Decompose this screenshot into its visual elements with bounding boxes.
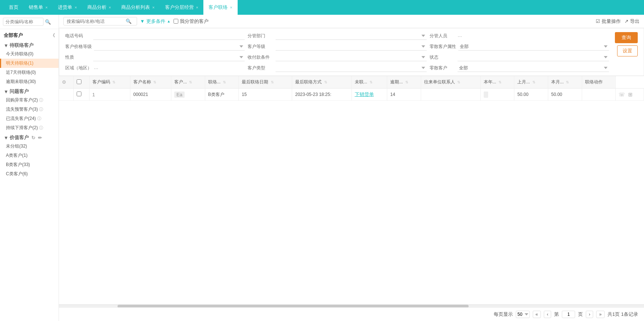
last-page-button[interactable]: » [596,311,605,318]
main-layout: 🔍 全部客户 《 ▼ 待联络客户 今天待联络(0) 明天待联络(1) 近7天待联… [0,15,644,321]
cell-contact-count: 15 [239,89,292,101]
sidebar-item-ungrouped[interactable]: 未分组(32) [0,142,59,151]
cell-last-month: 50.00 [548,89,582,101]
search-icon[interactable]: 🔍 [126,18,132,24]
nav-product-analysis[interactable]: 商品分析 × [82,0,116,15]
person-more-dots[interactable]: ··· [458,33,462,39]
sort-icon: ⇅ [457,80,460,84]
customer-grade-select[interactable] [276,43,427,51]
query-button[interactable]: 查询 [615,32,638,43]
collapse-icon[interactable]: 《 [50,32,55,39]
customer-type-select[interactable] [276,64,427,72]
sidebar-item-a-customers[interactable]: A类客户(1) [0,151,59,160]
pagination-bar: 每页显示 50 « ‹ 第 页 › » 共1页 1条记录 [59,307,644,321]
qr-icon[interactable]: ⊞ [628,92,633,97]
cell-checkbox [74,89,89,101]
filter-dept: 分管部门 [248,32,427,40]
all-customers-header: 全部客户 《 [0,29,59,40]
sidebar-item-abnormal-repurchase[interactable]: 回购异常客户(2) ⓘ [0,96,59,105]
triangle-icon: ▼ [4,43,8,48]
prev-page-button[interactable]: ‹ [544,311,551,318]
export-button[interactable]: ↗ 导出 [624,18,640,25]
last-contact-method-link[interactable]: 下销货单 [355,92,374,97]
sidebar-item-c-customers[interactable]: C类客户(6) [0,169,59,179]
settings-button[interactable]: 设置 [617,45,638,56]
sort-icon: ⇅ [112,80,115,84]
my-customers-checkbox[interactable] [174,19,178,24]
cell-action: ☏ ⊞ [615,89,644,101]
batch-operations-button[interactable]: ☑ 批量操作 [596,18,621,25]
th-gear: ⚙ [59,76,74,89]
close-icon[interactable]: × [45,5,48,10]
filter-nature: 性质 [65,54,245,61]
my-customers-checkbox-label[interactable]: 我分管的客户 [174,18,209,25]
close-icon[interactable]: × [152,5,154,10]
cell-code: 000021 [130,89,171,101]
next-page-button[interactable]: › [586,311,593,318]
sidebar-item-declining[interactable]: 持续下滑客户(2) ⓘ [0,123,59,132]
select-all-checkbox[interactable] [77,79,81,84]
phone-icon[interactable]: ☏ [619,92,625,97]
nav-product-analysis-list[interactable]: 商品分析列表 × [116,0,160,15]
close-icon[interactable]: × [230,5,232,10]
dept-select[interactable] [276,32,427,40]
sidebar-item-today-contact[interactable]: 今天待联络(0) [0,49,59,59]
status-select[interactable] [458,54,609,61]
th-code: 客户编码 ⇅ [89,76,130,89]
edit-icon[interactable]: ✏ [38,135,42,141]
sidebar-item-churn-warning[interactable]: 流失预警客户(3) ⓘ [0,105,59,114]
action-icons: ☏ ⊞ [619,92,641,97]
sidebar-search-input[interactable] [3,18,43,26]
retail-attr-select[interactable]: 全部 [458,43,609,51]
sidebar-group-pending: ▼ 待联络客户 [0,40,59,49]
nature-select[interactable] [93,54,245,61]
nav-customer-stratification[interactable]: 客户分层经营 × [160,0,203,15]
close-icon[interactable]: × [196,5,198,10]
nav-purchase-order[interactable]: 进货单 × [53,0,82,15]
cell-overdue [421,89,480,101]
area-more-dots[interactable]: ··· [94,65,98,71]
data-table-wrap: ⚙ 客户编码 ⇅ 客户名称 ⇅ 客户... ⇅ 联络... ⇅ 最后联络日期 ⇅… [59,76,644,304]
sort-icon: ⇅ [271,80,274,84]
gear-icon[interactable]: ⚙ [62,79,66,85]
filter-more-button[interactable]: ▼ 更多条件 ▲ [140,18,171,25]
th-unit-contact: 往来单位联系人 ⇅ [421,76,480,89]
close-icon[interactable]: × [109,5,111,10]
th-last-contact-method: 最后联络方式 ⇅ [292,76,351,89]
refresh-icon[interactable]: ↻ [31,135,35,141]
sidebar-item-7days-contact[interactable]: 近7天待联络(0) [0,68,59,77]
cell-last-contact-date: 2023-05-23 18:25: [292,89,351,101]
cell-this-month [582,89,615,101]
search-icon[interactable]: 🔍 [45,19,51,25]
sort-icon: ⇅ [324,80,327,84]
sidebar-item-overdue-contact[interactable]: 逾期未联络(30) [0,77,59,86]
cell-type: B类客户 [205,89,239,101]
retail-customer-select[interactable]: 全部 [458,64,609,72]
th-checkbox [74,76,89,89]
sidebar: 🔍 全部客户 《 ▼ 待联络客户 今天待联络(0) 明天待联络(1) 近7天待联… [0,15,59,321]
triangle-icon: ▼ [4,135,8,141]
table-scrollbar[interactable] [59,304,644,307]
phone-input[interactable] [93,32,245,40]
filter-customer-grade: 客户等级 [248,43,427,51]
nav-sales-order[interactable]: 销售单 × [24,0,53,15]
close-icon[interactable]: × [74,5,77,10]
filter-row-2: 客户价格等级 客户等级 零散客户属性 全部 [65,43,609,51]
cell-this-year: 50.00 [514,89,548,101]
th-last-month: 上月... ⇅ [514,76,548,89]
sidebar-item-b-customers[interactable]: B类客户(33) [0,160,59,169]
first-page-button[interactable]: « [533,311,541,318]
filter-customer-type: 客户类型 [248,64,427,72]
payment-select[interactable] [276,54,427,61]
sidebar-item-churned[interactable]: 已流失客户(24) ⓘ [0,114,59,123]
search-input[interactable] [67,19,126,24]
sidebar-item-tomorrow-contact[interactable]: 明天待联络(1) [0,59,59,68]
price-grade-select[interactable] [94,43,245,51]
sort-icon: ⇅ [153,80,156,84]
nav-customer-contact[interactable]: 客户联络 × [203,0,237,15]
row-checkbox[interactable] [77,92,81,96]
search-bar: 🔍 [63,17,137,25]
nav-home[interactable]: 首页 [4,0,24,15]
page-size-select[interactable]: 50 [516,311,530,318]
page-number-input[interactable] [562,311,575,318]
